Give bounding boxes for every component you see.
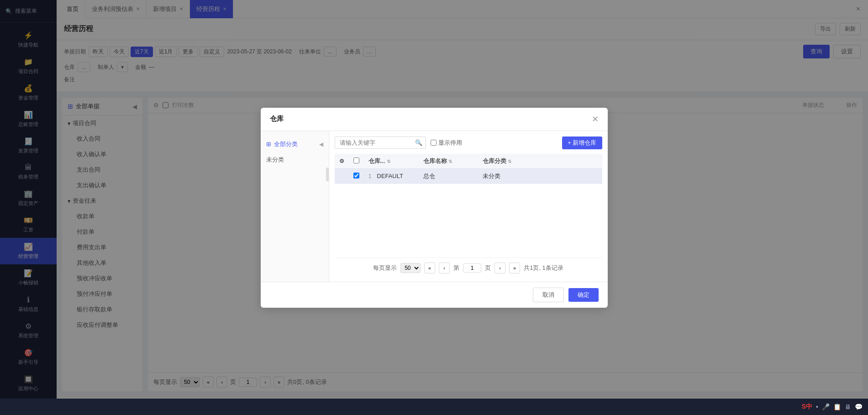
modal-total-label: 共1页, 1条记录 xyxy=(524,264,563,272)
warehouse-search-input[interactable] xyxy=(335,137,426,149)
row-num: 1 xyxy=(368,173,372,179)
modal-prev-page[interactable]: ‹ xyxy=(439,263,450,273)
row-code: 1 DEFAULT xyxy=(364,168,419,184)
th-name: 仓库名称 ⇅ xyxy=(419,154,478,169)
add-warehouse-button[interactable]: + 新增仓库 xyxy=(562,137,602,149)
modal-search-wrap: 🔍 xyxy=(335,137,426,149)
modal-actions: 取消 确定 xyxy=(261,282,608,308)
modal-per-page-label: 每页显示 xyxy=(373,264,397,272)
show-disabled-checkbox[interactable]: 显示停用 xyxy=(431,139,462,147)
th-category-label: 仓库分类 xyxy=(483,158,506,164)
table-head: ⚙ 仓库... ⇅ 仓库名称 ⇅ xyxy=(335,154,602,169)
modal-last-page[interactable]: » xyxy=(509,263,520,273)
all-category-label: 全部分类 xyxy=(274,140,298,148)
modal-page-label: 第 xyxy=(453,264,459,272)
warehouse-modal: 仓库 ✕ ⊞ 全部分类 ◀ 未分类 xyxy=(261,108,608,308)
modal-body: ⊞ 全部分类 ◀ 未分类 xyxy=(261,131,608,282)
th-code-label: 仓库... xyxy=(368,158,385,164)
taskbar-screen[interactable]: 🖥 xyxy=(845,403,851,410)
taskbar-logo: S中 xyxy=(802,403,812,411)
modal-table-panel: 🔍 显示停用 + 新增仓库 ⚙ xyxy=(329,131,608,282)
row-code-value: DEFAULT xyxy=(377,173,403,179)
th-code: 仓库... ⇅ xyxy=(364,154,419,169)
table-body: 1 DEFAULT 总仓 未分类 xyxy=(335,168,602,184)
table-row[interactable]: 1 DEFAULT 总仓 未分类 xyxy=(335,168,602,184)
collapse-left-icon[interactable]: ◀ xyxy=(319,141,323,147)
modal-overlay: 仓库 ✕ ⊞ 全部分类 ◀ 未分类 xyxy=(0,0,868,415)
sort-icon-code[interactable]: ⇅ xyxy=(387,159,390,164)
taskbar: S中 • 🎤 📋 🖥 💬 xyxy=(0,399,868,415)
modal-page-suffix: 页 xyxy=(485,264,491,272)
row-category: 未分类 xyxy=(478,168,602,184)
modal-header: 仓库 ✕ xyxy=(261,108,608,131)
taskbar-clipboard[interactable]: 📋 xyxy=(833,403,841,410)
sort-icon-name[interactable]: ⇅ xyxy=(448,159,452,164)
th-category: 仓库分类 ⇅ xyxy=(478,154,602,169)
modal-table-wrap: ⚙ 仓库... ⇅ 仓库名称 ⇅ xyxy=(335,154,602,255)
row-name: 总仓 xyxy=(419,168,478,184)
sort-icon-category[interactable]: ⇅ xyxy=(508,159,511,164)
th-checkbox[interactable] xyxy=(349,154,364,169)
show-disabled-label: 显示停用 xyxy=(438,139,462,147)
modal-category-unclassified[interactable]: 未分类 xyxy=(261,152,329,168)
modal-toolbar: 🔍 显示停用 + 新增仓库 xyxy=(335,137,602,149)
confirm-button[interactable]: 确定 xyxy=(568,288,599,302)
th-name-label: 仓库名称 xyxy=(423,158,447,164)
modal-all-category[interactable]: ⊞ 全部分类 ◀ xyxy=(261,137,329,152)
modal-category-panel: ⊞ 全部分类 ◀ 未分类 xyxy=(261,131,329,282)
modal-page-input[interactable] xyxy=(463,263,481,273)
taskbar-dot: • xyxy=(816,403,818,410)
modal-title: 仓库 xyxy=(270,115,284,123)
taskbar-chat[interactable]: 💬 xyxy=(855,403,863,410)
warehouse-table: ⚙ 仓库... ⇅ 仓库名称 ⇅ xyxy=(335,154,602,184)
row-settings[interactable] xyxy=(335,168,349,184)
modal-close-button[interactable]: ✕ xyxy=(592,114,599,124)
th-settings[interactable]: ⚙ xyxy=(335,154,349,169)
modal-pagination: 每页显示 50 « ‹ 第 页 › » 共1页, 1条记录 xyxy=(335,257,602,276)
table-select-all[interactable] xyxy=(353,158,359,163)
unclassified-label: 未分类 xyxy=(266,156,284,163)
search-icon[interactable]: 🔍 xyxy=(415,139,422,146)
row-select-checkbox[interactable] xyxy=(353,173,359,179)
modal-per-page-select[interactable]: 50 xyxy=(400,263,421,273)
row-checkbox[interactable] xyxy=(349,168,364,184)
modal-next-page[interactable]: › xyxy=(494,263,505,273)
taskbar-mic[interactable]: 🎤 xyxy=(822,403,830,410)
cancel-button[interactable]: 取消 xyxy=(533,288,564,302)
category-grid-icon: ⊞ xyxy=(266,141,271,147)
modal-first-page[interactable]: « xyxy=(424,263,435,273)
show-disabled-input[interactable] xyxy=(431,140,437,146)
